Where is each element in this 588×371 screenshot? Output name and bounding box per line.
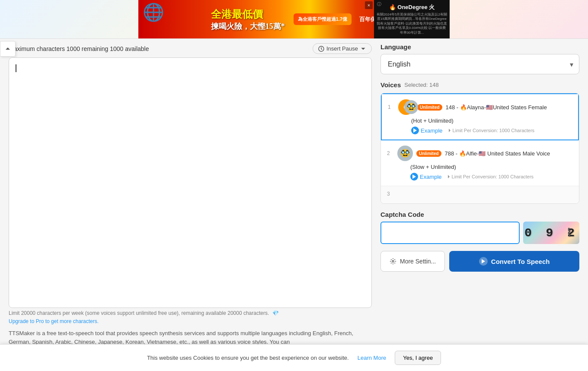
clock-icon xyxy=(318,46,324,52)
voices-title: Voices xyxy=(380,81,401,89)
voice-2-header: 2 🥸 Unlimited 788 - 🔥Alfie-🇺🇸 United Sta… xyxy=(387,146,573,161)
captcha-wrapper: 0 9 2 ⌇ xyxy=(380,222,579,244)
convert-to-speech-button[interactable]: Convert To Speech xyxy=(449,251,579,272)
ad-badge: 為全港客戶慳超過1.7億 xyxy=(294,13,352,25)
ad-banner: 🌐 全港最低價 揀喝火險，大慳15萬* 為全港客戶慳超過1.7億 百年保費0.0… xyxy=(0,0,588,39)
voice-2-example-button[interactable]: Example xyxy=(410,173,442,181)
voice-3-num: 3 xyxy=(387,191,390,197)
text-input-wrapper xyxy=(9,57,372,308)
voice-2-actions: Example Limit Per Conversion: 1000 Chara… xyxy=(387,173,573,181)
arrows-icon xyxy=(446,128,451,133)
svg-point-1 xyxy=(392,260,394,262)
insert-pause-button[interactable]: Insert Pause xyxy=(313,43,372,54)
voice-1-play-icon xyxy=(411,127,419,134)
language-select[interactable]: English Chinese Japanese Korean Spanish … xyxy=(380,54,579,74)
voice-1-actions: Example Limit Per Conversion: 1000 Chara… xyxy=(388,127,572,134)
captcha-input[interactable] xyxy=(380,222,520,244)
chevron-up-icon xyxy=(4,45,11,52)
diamond-icon: 💎 xyxy=(272,310,279,316)
voice-list: 1 🥸 Unlimited 148 - 🔥Alayna-🇺🇸United Sta… xyxy=(380,93,579,204)
char-limit-bar: Maximum characters 1000 remaining 1000 a… xyxy=(9,43,372,54)
ad-brand-logo: 🔥 OneDegree 火 有關2024年5月英保保險公司之火險及以2有關度15… xyxy=(374,0,450,39)
scroll-up-button[interactable] xyxy=(0,41,16,57)
voice-item-2[interactable]: 2 🥸 Unlimited 788 - 🔥Alfie-🇺🇸 United Sta… xyxy=(381,140,579,186)
more-settings-button[interactable]: More Settin... xyxy=(380,251,445,272)
voice-2-name: 788 - 🔥Alfie-🇺🇸 United States Male Voice xyxy=(445,150,573,157)
voice-1-badge: Unlimited xyxy=(417,104,442,111)
voices-header: Voices Selected: 148 xyxy=(380,81,579,89)
voice-1-num: 1 xyxy=(388,104,395,110)
left-panel: Maximum characters 1000 remaining 1000 a… xyxy=(9,43,372,346)
voice-1-example-button[interactable]: Example xyxy=(411,127,443,134)
bottom-buttons: More Settin... Convert To Speech xyxy=(380,251,579,272)
voice-2-limit: Limit Per Conversion: 1000 Characters xyxy=(445,174,534,179)
text-input[interactable] xyxy=(9,58,371,308)
upgrade-link[interactable]: Upgrade to Pro to get more characters. xyxy=(9,318,99,324)
chevron-down-icon xyxy=(360,46,366,52)
settings-icon xyxy=(390,258,396,265)
voice-2-badge: Unlimited xyxy=(416,150,441,157)
voice-item-1[interactable]: 1 🥸 Unlimited 148 - 🔥Alayna-🇺🇸United Sta… xyxy=(381,93,579,140)
voices-selected-badge: Selected: 148 xyxy=(404,82,439,88)
right-panel: Language English Chinese Japanese Korean… xyxy=(380,43,579,346)
voice-2-tags: (Slow + Unlimited) xyxy=(387,164,573,170)
voice-1-header: 1 🥸 Unlimited 148 - 🔥Alayna-🇺🇸United Sta… xyxy=(388,99,572,115)
ad-sub-text: 揀喝火險，大慳15萬* xyxy=(211,21,285,32)
ad-banner-inner[interactable]: 🌐 全港最低價 揀喝火險，大慳15萬* 為全港客戶慳超過1.7億 百年保費0.0… xyxy=(138,0,450,39)
cookie-banner: This website uses Cookies to ensure you … xyxy=(0,344,588,350)
arrows-icon-2 xyxy=(445,174,451,179)
char-info: Limit 20000 characters per week (some vo… xyxy=(9,310,372,316)
voice-item-3[interactable]: 3 xyxy=(381,186,579,203)
char-limit-text: Maximum characters 1000 remaining 1000 a… xyxy=(9,45,149,52)
voice-2-play-icon xyxy=(410,173,418,181)
captcha-image: 0 9 2 ⌇ xyxy=(523,222,579,244)
voice-2-num: 2 xyxy=(387,150,394,156)
text-cursor xyxy=(16,64,16,72)
voice-1-limit: Limit Per Conversion: 1000 Characters xyxy=(446,128,535,133)
voice-1-name: 148 - 🔥Alayna-🇺🇸United States Female xyxy=(446,104,572,111)
ad-close-button[interactable]: × xyxy=(365,1,373,9)
voice-1-avatar: 🥸 xyxy=(404,100,418,114)
main-container: Maximum characters 1000 remaining 1000 a… xyxy=(0,39,588,350)
bottom-description: TTSMaker is a free text-to-speech tool t… xyxy=(9,329,372,346)
language-select-wrapper: English Chinese Japanese Korean Spanish … xyxy=(380,54,579,74)
voice-1-tags: (Hot + Unlimited) xyxy=(388,117,572,124)
ad-main-text: 全港最低價 xyxy=(211,7,285,21)
convert-play-icon xyxy=(479,257,488,266)
language-label: Language xyxy=(380,43,579,51)
voice-1-avatar-wrapper: 🥸 xyxy=(398,99,414,115)
ad-globe-icon: 🌐 xyxy=(143,2,164,22)
voice-2-avatar: 🥸 xyxy=(397,146,413,161)
captcha-label: Captcha Code xyxy=(380,211,579,218)
